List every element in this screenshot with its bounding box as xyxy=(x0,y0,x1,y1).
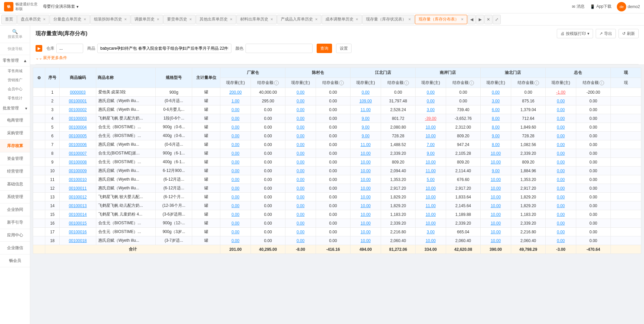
tab-close-icon[interactable]: ✕ xyxy=(157,17,159,21)
app-download-btn[interactable]: 📱 App下载 xyxy=(590,4,611,9)
current-qty-header: 现 xyxy=(610,78,641,88)
page-header: 现存量查询(库存分布) 🖨 按模版打印 ▾ ↗ 导出 ↺ 刷新 xyxy=(30,26,644,65)
tab-close-icon[interactable]: ✕ xyxy=(230,17,232,21)
sidebar-item-库存核算[interactable]: 库存核算 xyxy=(0,140,30,152)
sidebar-item-会员中心[interactable]: 会员中心 xyxy=(0,85,30,94)
top-bar-left: 畅 畅捷通好生意 标版 母婴行业演示陈套 ▾ xyxy=(4,2,78,11)
table-total-row: 合计201.0040,295.00-8.00-416.16494.0081,27… xyxy=(33,245,641,254)
print-btn[interactable]: 🖨 按模版打印 ▾ xyxy=(557,29,593,38)
settings-col-header[interactable]: ⚙ xyxy=(33,68,45,88)
export-btn[interactable]: ↗ 导出 xyxy=(596,29,616,38)
sidebar-item-营销推广[interactable]: 营销推广 xyxy=(0,76,30,85)
chevron-down-icon: ▾ xyxy=(25,106,27,111)
chevron-down-icon: ⌄⌄ xyxy=(36,56,42,60)
tab-close-icon[interactable]: ✕ xyxy=(189,17,192,21)
avatar: de xyxy=(617,2,626,11)
tab-bar: 首页 盘点单历史 ✕ 分量盘点单历史 ✕ 组装拆卸单历史 ✕ 调拨单历史 ✕ 要… xyxy=(0,13,644,26)
industry-selector[interactable]: 母婴行业演示陈套 ▾ xyxy=(43,4,78,9)
sidebar-search[interactable]: 🔍 搜索英单 xyxy=(0,26,30,43)
sidebar-item-零售统计[interactable]: 零售统计 xyxy=(0,94,30,103)
logo-text: 畅捷通好生意 标版 xyxy=(15,2,38,11)
tab-产成品入库单历史[interactable]: 产成品入库单历史 ✕ xyxy=(277,15,321,24)
tab-close-icon[interactable]: ✕ xyxy=(356,17,358,21)
table-row: 1800100018惠氏启赋（Wyeth illu...(3-7岁适...罐0.… xyxy=(33,236,641,245)
page-actions: 🖨 按模版打印 ▾ ↗ 导出 ↺ 刷新 xyxy=(557,29,639,38)
sidebar-item-系统管理[interactable]: 系统管理 xyxy=(0,191,30,203)
collapse-filter-btn[interactable]: ▶ xyxy=(36,45,42,52)
tab-现存量库存分布表[interactable]: 现存量（库存分布表） ✕ xyxy=(415,15,467,24)
tab-close-icon[interactable]: ✕ xyxy=(270,17,273,21)
sidebar-item-畅会员[interactable]: 畅会员 xyxy=(0,254,30,267)
refresh-btn[interactable]: ↺ 刷新 xyxy=(619,29,639,38)
sidebar-item-零售管理[interactable]: 零售管理 ▲ xyxy=(0,55,30,66)
goods-input[interactable] xyxy=(97,44,231,53)
sidebar: 🔍 搜索英单 快捷导航 零售管理 ▲ 零售商城 营销推广 会员中心 零售统计 批… xyxy=(0,26,30,324)
tab-home[interactable]: 首页 xyxy=(1,15,17,24)
name-col-header: 商品名称 xyxy=(96,68,155,88)
page-title: 现存量查询(库存分布) xyxy=(36,30,88,37)
nanan-qty-header: 现存量(主) xyxy=(415,78,446,88)
tab-盘点单历史[interactable]: 盘点单历史 ✕ xyxy=(17,15,49,24)
changjia-group-header: 厂家仓 xyxy=(220,68,285,78)
table-row: 1500100014飞鹤星飞帆 儿童奶粉 4...(3-6岁适用...罐0.00… xyxy=(33,210,641,219)
tab-close-icon[interactable]: ✕ xyxy=(43,17,46,21)
tab-现存量库存状况表[interactable]: 现存量（库存状况表） ✕ xyxy=(362,15,415,24)
tab-材料出库单历史[interactable]: 材料出库单历史 ✕ xyxy=(236,15,277,24)
tab-要货单历史[interactable]: 要货单历史 ✕ xyxy=(163,15,196,24)
sidebar-item-采购管理[interactable]: 采购管理 xyxy=(0,127,30,140)
tab-调拨单历史[interactable]: 调拨单历史 ✕ xyxy=(131,15,163,24)
tab-close-icon[interactable]: ✕ xyxy=(124,17,127,21)
user-menu[interactable]: de demo2 xyxy=(617,2,640,11)
tab-成本调整单历史[interactable]: 成本调整单历史 ✕ xyxy=(322,15,362,24)
tab-close-icon[interactable]: ✕ xyxy=(84,17,86,21)
tab-分量盘点单历史[interactable]: 分量盘点单历史 ✕ xyxy=(50,15,90,24)
sidebar-item-企业微信[interactable]: 企业微信 xyxy=(0,242,30,254)
tab-close-icon[interactable]: ✕ xyxy=(461,17,464,21)
yubei-qty-header: 现存量(主) xyxy=(480,78,511,88)
sidebar-item-新手引导[interactable]: 新手引导 xyxy=(0,216,30,229)
tab-close-icon[interactable]: ✕ xyxy=(408,17,411,21)
phone-icon: 📱 xyxy=(590,4,595,9)
tab-其他出库单历史[interactable]: 其他出库单历史 ✕ xyxy=(196,15,236,24)
sidebar-item-基础信息[interactable]: 基础信息 xyxy=(0,178,30,191)
logo-icon: 畅 xyxy=(4,2,13,11)
expand-more-btn[interactable]: ⌄⌄ 展开更多条件 xyxy=(36,55,67,61)
tab-next-btn[interactable]: ▶ xyxy=(476,15,484,24)
jiangbei-group-header: 江北门店 xyxy=(351,68,416,78)
table-row: 1100100010惠氏启赋（Wyeth illu...(6-12月适...罐0… xyxy=(33,175,641,184)
warehouse-input[interactable] xyxy=(56,44,83,53)
tab-expand-btn[interactable]: ⤢ xyxy=(493,15,501,24)
search-btn[interactable]: 查询 xyxy=(317,44,332,53)
table-row: 700100006惠氏启赋（Wyeth illu...(0-6月适...罐0.0… xyxy=(33,140,641,149)
tab-组装拆卸单历史[interactable]: 组装拆卸单历史 ✕ xyxy=(90,15,130,24)
table-row: 400100003飞鹤星飞帆 婴儿配方奶...1段(0-6个...罐0.000.… xyxy=(33,114,641,123)
color-input[interactable] xyxy=(246,44,313,53)
spec-col-header: 规格型号 xyxy=(156,68,192,88)
sidebar-item-批发管理[interactable]: 批发管理 ▾ xyxy=(0,103,30,114)
tab-close-all-btn[interactable]: ✕ xyxy=(484,15,492,24)
message-btn[interactable]: ✉ 消息 xyxy=(572,4,585,9)
sidebar-item-电商管理[interactable]: 电商管理 xyxy=(0,114,30,127)
tab-prev-btn[interactable]: ◀ xyxy=(468,15,476,24)
sidebar-item-资金管理[interactable]: 资金管理 xyxy=(0,152,30,165)
changjia-qty-header: 现存量(主) xyxy=(220,78,251,88)
changjia-amt-header: 结存金额i xyxy=(251,78,285,88)
sidebar-item-零售商城[interactable]: 零售商城 xyxy=(0,66,30,76)
current-group-header: 现 xyxy=(610,68,641,78)
table-row: 200100001惠氏启赋（Wyeth illu...(0-6月适...罐1.0… xyxy=(33,97,641,105)
nanan-amt-header: 结存金额i xyxy=(446,78,480,88)
table-row: 800100007合生元(BIOSTIME)派...900g（6-1...罐0.… xyxy=(33,149,641,158)
unit-col-header: 主计量单位 xyxy=(192,68,220,88)
sidebar-item-经营管理[interactable]: 经营管理 xyxy=(0,165,30,178)
settings-btn[interactable]: 设置 xyxy=(336,44,352,53)
sidebar-item-应用中心[interactable]: 应用中心 xyxy=(0,229,30,242)
expand-more-row: ⌄⌄ 展开更多条件 xyxy=(36,55,639,61)
filter-row: ▶ 仓库 商品 颜色 查询 xyxy=(36,44,639,53)
table-row: 10000003爱他美 卤菜3段900g罐200.0040,000.000.00… xyxy=(33,88,641,97)
tab-close-icon[interactable]: ✕ xyxy=(315,17,318,21)
color-filter: 颜色 xyxy=(235,44,313,53)
sidebar-item-企业协同[interactable]: 企业协同 xyxy=(0,203,30,216)
data-table: ⚙ 序号 商品编码 商品名称 规格型号 主计量单位 厂家仓 陈村仓 江北门店 南… xyxy=(33,67,641,254)
sidebar-quick-nav[interactable]: 快捷导航 xyxy=(0,43,30,55)
chevron-down-icon: ▾ xyxy=(587,31,589,36)
